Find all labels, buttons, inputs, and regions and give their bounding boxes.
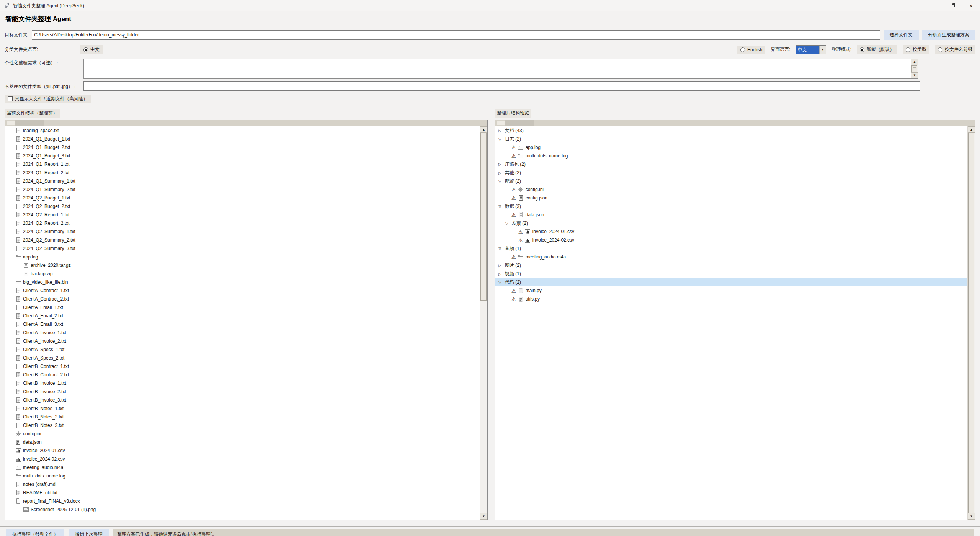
file-row[interactable]: archive_2020.tar.gz bbox=[5, 261, 480, 270]
file-row[interactable]: README_old.txt bbox=[5, 489, 480, 497]
left-tree-scrollbar[interactable]: ▲ ▼ bbox=[480, 126, 487, 520]
file-row[interactable]: 2024_Q2_Budget_2.txt bbox=[5, 202, 480, 211]
file-row[interactable]: ClientA_Email_3.txt bbox=[5, 320, 480, 328]
category-row[interactable]: ▽日志 (2) bbox=[495, 135, 967, 143]
file-row[interactable]: ⚠meeting_audio.m4a bbox=[495, 253, 967, 261]
category-row[interactable]: ▷其他 (2) bbox=[495, 168, 967, 177]
scroll-up-button[interactable]: ▲ bbox=[968, 126, 975, 133]
collapsed-arrow-icon[interactable]: ▷ bbox=[498, 263, 503, 268]
collapsed-arrow-icon[interactable]: ▷ bbox=[498, 162, 503, 167]
file-row[interactable]: notes (draft).md bbox=[5, 480, 480, 489]
tree-column-header[interactable] bbox=[495, 120, 975, 126]
undo-button[interactable]: 撤销上次整理 bbox=[69, 529, 109, 536]
file-row[interactable]: ClientB_Notes_2.txt bbox=[5, 413, 480, 421]
file-row[interactable]: ClientB_Invoice_3.txt bbox=[5, 396, 480, 404]
file-row[interactable]: ClientA_Email_2.txt bbox=[5, 312, 480, 320]
file-row[interactable]: ClientA_Contract_2.txt bbox=[5, 295, 480, 303]
file-row[interactable]: ⚠app.log bbox=[495, 143, 967, 152]
file-row[interactable]: report_final_FINAL_v3.docx bbox=[5, 497, 480, 505]
file-row[interactable]: ClientA_Specs_2.txt bbox=[5, 354, 480, 362]
file-row[interactable]: leading_space.txt bbox=[5, 126, 480, 135]
expanded-arrow-icon[interactable]: ▽ bbox=[498, 280, 503, 284]
radio-mode-by-prefix[interactable]: 按文件名前缀 bbox=[935, 45, 975, 54]
file-row[interactable]: ⚠data.json bbox=[495, 211, 967, 219]
file-row[interactable]: ClientA_Specs_1.txt bbox=[5, 345, 480, 354]
scrollbar-thumb[interactable] bbox=[911, 65, 917, 72]
category-row[interactable]: ▽音频 (1) bbox=[495, 244, 967, 253]
restore-button[interactable] bbox=[945, 0, 962, 11]
file-row[interactable]: app.log bbox=[5, 253, 480, 261]
chevron-down-icon[interactable]: ▼ bbox=[819, 46, 826, 54]
file-row[interactable]: invoice_2024-01.csv bbox=[5, 446, 480, 455]
tree-column-header[interactable] bbox=[5, 120, 487, 126]
file-row[interactable]: data.json bbox=[5, 438, 480, 446]
expanded-arrow-icon[interactable]: ▽ bbox=[498, 204, 503, 209]
file-row[interactable]: invoice_2024-02.csv bbox=[5, 455, 480, 463]
file-row[interactable]: ⚠multi..dots..name.log bbox=[495, 152, 967, 160]
expanded-arrow-icon[interactable]: ▽ bbox=[498, 137, 503, 141]
radio-mode-smart[interactable]: 智能（默认） bbox=[857, 45, 897, 54]
file-row[interactable]: big_video_like_file.bin bbox=[5, 278, 480, 286]
file-row[interactable]: meeting_audio.m4a bbox=[5, 463, 480, 472]
radio-english[interactable]: English bbox=[737, 46, 765, 54]
file-row[interactable]: 2024_Q1_Budget_3.txt bbox=[5, 152, 480, 160]
target-folder-input[interactable] bbox=[32, 30, 880, 40]
file-row[interactable]: 2024_Q1_Budget_1.txt bbox=[5, 135, 480, 143]
minimize-button[interactable] bbox=[927, 0, 945, 11]
file-row[interactable]: ClientB_Invoice_1.txt bbox=[5, 379, 480, 387]
scrollbar-thumb[interactable] bbox=[968, 133, 974, 513]
execute-button[interactable]: 执行整理（移动文件） bbox=[6, 529, 64, 536]
scroll-down-button[interactable]: ▼ bbox=[480, 513, 487, 520]
ui-language-select[interactable]: 中文 ▼ bbox=[796, 45, 826, 54]
ignore-types-input[interactable] bbox=[83, 81, 920, 91]
file-row[interactable]: ⚠config.json bbox=[495, 194, 967, 202]
category-row[interactable]: ▽发票 (2) bbox=[495, 219, 967, 227]
category-row[interactable]: ▷图片 (2) bbox=[495, 261, 967, 270]
file-row[interactable]: ClientA_Contract_1.txt bbox=[5, 286, 480, 295]
file-row[interactable]: multi..dots..name.log bbox=[5, 472, 480, 480]
file-row[interactable]: 2024_Q2_Summary_1.txt bbox=[5, 227, 480, 236]
file-row[interactable]: 2024_Q1_Report_1.txt bbox=[5, 160, 480, 168]
file-row[interactable]: 2024_Q1_Summary_2.txt bbox=[5, 185, 480, 194]
file-row[interactable]: 2024_Q1_Summary_1.txt bbox=[5, 177, 480, 185]
file-row[interactable]: ClientA_Invoice_2.txt bbox=[5, 337, 480, 345]
file-row[interactable]: 2024_Q1_Budget_2.txt bbox=[5, 143, 480, 152]
file-row[interactable]: backup.zip bbox=[5, 270, 480, 278]
file-row[interactable]: 2024_Q2_Summary_3.txt bbox=[5, 244, 480, 253]
analyze-button[interactable]: 分析并生成整理方案 bbox=[922, 30, 975, 40]
right-tree-scrollbar[interactable]: ▲ ▼ bbox=[967, 126, 975, 520]
category-row[interactable]: ▽数据 (3) bbox=[495, 202, 967, 211]
choose-folder-button[interactable]: 选择文件夹 bbox=[884, 30, 919, 40]
file-row[interactable]: ⚠invoice_2024-02.csv bbox=[495, 236, 967, 244]
category-row[interactable]: ▽代码 (2) bbox=[495, 278, 967, 286]
scroll-up-button[interactable]: ▲ bbox=[911, 59, 918, 65]
textarea-scrollbar[interactable]: ▲ ▼ bbox=[911, 59, 918, 78]
scrollbar-thumb[interactable] bbox=[480, 133, 487, 301]
file-row[interactable]: ⚠invoice_2024-01.csv bbox=[495, 227, 967, 236]
file-row[interactable]: ClientA_Invoice_1.txt bbox=[5, 328, 480, 337]
radio-chinese[interactable]: 中文 bbox=[80, 45, 103, 54]
file-row[interactable]: ClientB_Contract_2.txt bbox=[5, 371, 480, 379]
file-row[interactable]: ⚠main.py bbox=[495, 286, 967, 295]
collapsed-arrow-icon[interactable]: ▷ bbox=[498, 272, 503, 276]
file-row[interactable]: ⚠utils.py bbox=[495, 295, 967, 303]
custom-requirement-input[interactable] bbox=[84, 59, 911, 78]
file-row[interactable]: ClientB_Notes_3.txt bbox=[5, 421, 480, 430]
file-row[interactable]: Screenshot_2025-12-01 (1).png bbox=[5, 505, 480, 514]
file-row[interactable]: 2024_Q1_Report_2.txt bbox=[5, 168, 480, 177]
category-row[interactable]: ▷压缩包 (2) bbox=[495, 160, 967, 168]
scroll-down-button[interactable]: ▼ bbox=[911, 72, 918, 78]
filter-large-recent-checkbox[interactable]: 只显示大文件 / 近期文件（高风险） bbox=[5, 95, 91, 103]
collapsed-arrow-icon[interactable]: ▷ bbox=[498, 129, 503, 133]
expanded-arrow-icon[interactable]: ▽ bbox=[498, 179, 503, 183]
file-row[interactable]: ClientB_Contract_1.txt bbox=[5, 362, 480, 371]
scroll-up-button[interactable]: ▲ bbox=[480, 126, 487, 133]
expanded-arrow-icon[interactable]: ▽ bbox=[505, 221, 510, 226]
file-row[interactable]: 2024_Q2_Budget_1.txt bbox=[5, 194, 480, 202]
file-row[interactable]: ClientB_Invoice_2.txt bbox=[5, 387, 480, 396]
file-row[interactable]: 2024_Q2_Report_1.txt bbox=[5, 211, 480, 219]
file-row[interactable]: ⚠config.ini bbox=[495, 185, 967, 194]
scroll-down-button[interactable]: ▼ bbox=[968, 513, 975, 520]
category-row[interactable]: ▽配置 (2) bbox=[495, 177, 967, 185]
file-row[interactable]: ClientA_Email_1.txt bbox=[5, 303, 480, 312]
